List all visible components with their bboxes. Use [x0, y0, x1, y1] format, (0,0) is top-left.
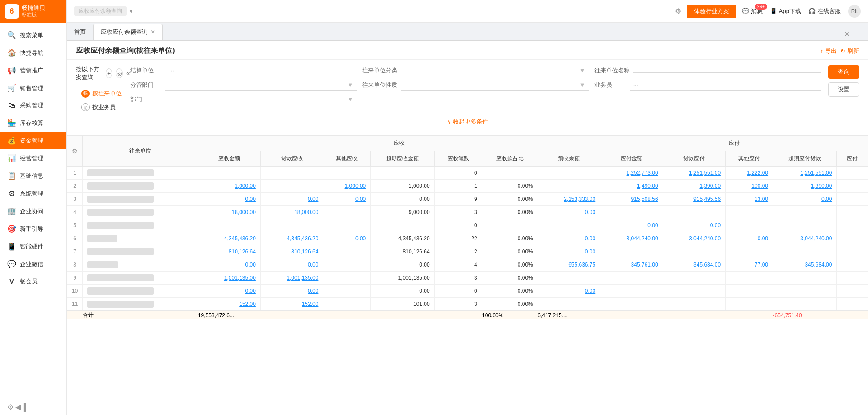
tab-close-icon[interactable]: ✕	[151, 29, 155, 35]
table-cell[interactable]: 100.00	[726, 180, 773, 193]
table-cell[interactable]: 0.00	[323, 232, 371, 245]
table-cell[interactable]: 1,252,773.00	[600, 167, 663, 180]
table-cell[interactable]: 0.00	[260, 258, 323, 272]
sidebar-item-operation[interactable]: 📊 经营管理	[0, 149, 66, 167]
sidebar-item-purchase[interactable]: 🛍 采购管理	[0, 97, 66, 114]
table-cell[interactable]: 18,000.00	[260, 206, 323, 219]
sidebar-item-search[interactable]: 🔍 搜索菜单	[0, 26, 66, 44]
filter-option-salesperson[interactable]: ◎ 按业务员	[76, 100, 130, 114]
table-cell[interactable]: 1,251,551.00	[663, 167, 725, 180]
tab-maximize-icon[interactable]: ⛶	[854, 30, 861, 38]
footer-ar-other	[323, 311, 371, 319]
sidebar-item-finance[interactable]: 💰 资金管理	[0, 132, 66, 149]
table-cell[interactable]: 1,001,135.00	[198, 272, 260, 285]
sidebar-item-inventory[interactable]: 🏪 库存核算	[0, 114, 66, 132]
sidebar-item-quick[interactable]: 🏠 快捷导航	[0, 44, 66, 62]
collapse-sidebar-icon[interactable]: ◀▐	[15, 403, 26, 411]
table-cell[interactable]: 1,251,551.00	[773, 167, 837, 180]
table-cell[interactable]: 0.00	[260, 285, 323, 298]
sidebar-item-wechat[interactable]: 💬 企业微信	[0, 255, 66, 273]
sidebar-item-corp[interactable]: 🏢 企业协同	[0, 202, 66, 220]
settings-gear-icon[interactable]: ⚙	[675, 7, 681, 15]
table-cell[interactable]: 0.00	[260, 193, 323, 206]
settlement-unit-input[interactable]: ···	[165, 65, 357, 76]
refresh-button[interactable]: ↻ 刷新	[840, 47, 859, 55]
table-cell[interactable]: 655,636.75	[538, 258, 600, 272]
sidebar-item-member[interactable]: V 畅会员	[0, 273, 66, 290]
table-cell[interactable]: 345,684.00	[663, 258, 725, 272]
trial-industry-button[interactable]: 体验行业方案	[687, 5, 736, 18]
app-download-button[interactable]: 📱 App下载	[770, 7, 801, 15]
table-cell[interactable]: 810,126.64	[260, 245, 323, 258]
table-cell[interactable]: 1,000.00	[323, 180, 371, 193]
partner-name-input[interactable]	[633, 69, 821, 73]
table-cell[interactable]: 3,044,240.00	[663, 232, 725, 245]
tab-home[interactable]: 首页	[67, 24, 93, 40]
message-button[interactable]: 💬 消息 99+	[742, 7, 763, 15]
table-cell[interactable]: 0.00	[198, 258, 260, 272]
table-cell[interactable]: 0.00	[198, 193, 260, 206]
table-cell[interactable]: 1,222.00	[726, 167, 773, 180]
sidebar-item-hardware[interactable]: 📱 智能硬件	[0, 238, 66, 255]
table-cell[interactable]: 1,001,135.00	[260, 272, 323, 285]
table-cell[interactable]: 4,345,436.20	[198, 232, 260, 245]
col-settings-btn[interactable]: ⚙	[67, 136, 83, 167]
settings-bottom-icon[interactable]: ⚙	[7, 403, 14, 411]
table-cell[interactable]: 0.00	[323, 193, 371, 206]
sidebar-item-sales[interactable]: 🛒 销售管理	[0, 79, 66, 97]
table-cell[interactable]: 1,490.00	[600, 180, 663, 193]
table-cell[interactable]: 77.00	[726, 258, 773, 272]
table-cell[interactable]: 3,044,240.00	[773, 232, 837, 245]
table-cell[interactable]: 345,761.00	[600, 258, 663, 272]
filter-option-partner[interactable]: 畅 按往来单位	[76, 87, 130, 100]
table-cell: 0	[434, 219, 482, 232]
filter-add-button[interactable]: +	[106, 68, 113, 78]
table-cell[interactable]: 3,044,240.00	[600, 232, 663, 245]
dept-input[interactable]: ▼	[165, 94, 357, 105]
query-button[interactable]: 查询	[828, 65, 859, 79]
table-cell[interactable]: 0.00	[538, 245, 600, 258]
table-cell[interactable]: 915,508.56	[600, 193, 663, 206]
table-cell[interactable]: 1,390.00	[773, 180, 837, 193]
table-cell[interactable]: 18,000.00	[198, 206, 260, 219]
table-cell[interactable]: 0.00	[600, 219, 663, 232]
export-button[interactable]: ↑ 导出	[821, 47, 837, 55]
sidebar-item-guide[interactable]: 🎯 新手引导	[0, 220, 66, 238]
table-cell[interactable]: 1,000.00	[198, 180, 260, 193]
tab-arbalance[interactable]: 应收应付余额查询 ✕	[93, 24, 163, 40]
table-cell[interactable]: 1,390.00	[663, 180, 725, 193]
table-cell[interactable]: 0.00	[538, 232, 600, 245]
partner-nature-input[interactable]: ▼	[401, 80, 589, 91]
table-cell[interactable]: 13.00	[726, 193, 773, 206]
table-cell[interactable]: 915,495.56	[663, 193, 725, 206]
table-cell[interactable]: 810,126.64	[198, 245, 260, 258]
table-cell[interactable]: 0.00	[663, 219, 725, 232]
partner-name-label: 往来单位名称	[594, 67, 630, 75]
col-gear-icon[interactable]: ⚙	[72, 148, 78, 155]
breadcrumb-chevron-icon[interactable]: ▼	[128, 8, 134, 14]
dept-manager-input[interactable]: ▼	[165, 80, 357, 91]
footer-ar-total[interactable]: 19,553,472,6...	[198, 311, 260, 319]
online-service-button[interactable]: 🎧 在线客服	[808, 7, 841, 15]
table-cell[interactable]: 0.00	[198, 285, 260, 298]
table-cell[interactable]: 4,345,436.20	[260, 232, 323, 245]
filter-setting-icon[interactable]: ◎	[116, 68, 123, 78]
sidebar-item-system[interactable]: ⚙ 系统管理	[0, 185, 66, 202]
table-cell[interactable]: 152.00	[260, 298, 323, 311]
table-cell[interactable]: 0.00	[538, 285, 600, 298]
sidebar-item-basic[interactable]: 📋 基础信息	[0, 167, 66, 185]
table-cell[interactable]: 2,153,333.00	[538, 193, 600, 206]
user-avatar[interactable]: Rit	[848, 5, 861, 18]
partner-category-input[interactable]: ▼	[401, 65, 589, 76]
tab-close-window-icon[interactable]: ✕	[844, 30, 850, 38]
salesperson-input[interactable]: ···	[630, 80, 821, 91]
filter-more-conditions[interactable]: ∧ 收起更多条件	[76, 114, 859, 129]
table-cell[interactable]: 0.00	[538, 206, 600, 219]
setting-button[interactable]: 设置	[828, 82, 859, 97]
table-cell[interactable]: 0.00	[726, 232, 773, 245]
sidebar-item-marketing[interactable]: 📢 营销推广	[0, 62, 66, 79]
table-cell[interactable]: 345,684.00	[773, 258, 837, 272]
table-cell[interactable]: 0.00	[773, 193, 837, 206]
filter-collapse-icon[interactable]: «	[126, 69, 130, 77]
table-cell[interactable]: 152.00	[198, 298, 260, 311]
